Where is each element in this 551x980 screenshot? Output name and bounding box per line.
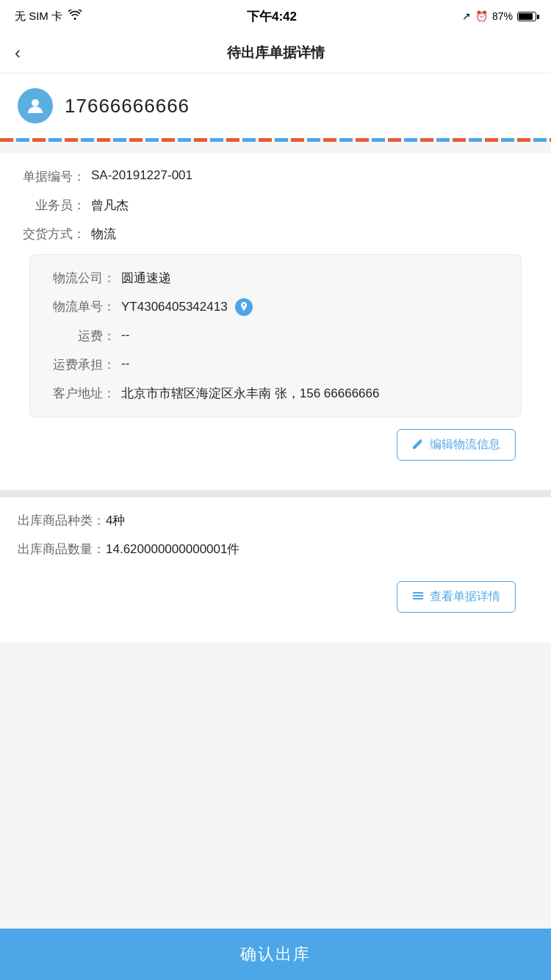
svg-rect-2 <box>413 595 423 597</box>
list-icon <box>412 590 424 605</box>
customer-header: 17666666666 <box>0 73 551 138</box>
view-details-label: 查看单据详情 <box>430 589 500 605</box>
svg-rect-1 <box>413 592 423 594</box>
goods-quantity-value: 14.620000000000001件 <box>106 541 240 558</box>
status-right: ↗ ⏰ 87% <box>462 10 536 22</box>
battery-icon <box>517 12 536 21</box>
freight-bear-row: 运费承担： -- <box>48 356 503 373</box>
logistics-company-value: 圆通速递 <box>121 270 503 287</box>
sales-person-value: 曾凡杰 <box>91 197 533 214</box>
goods-types-label: 出库商品种类： <box>18 512 106 529</box>
logistics-tracking-value: YT4306405342413 <box>121 298 503 316</box>
battery-percent: 87% <box>492 10 513 22</box>
edit-icon <box>412 438 424 453</box>
delivery-value: 物流 <box>91 226 533 242</box>
goods-section: 出库商品种类： 4种 出库商品数量： 14.620000000000001件 查… <box>0 497 551 642</box>
back-button[interactable]: ‹ <box>9 37 26 69</box>
edit-logistics-button[interactable]: 编辑物流信息 <box>397 429 516 461</box>
edit-logistics-area: 编辑物流信息 <box>18 417 533 475</box>
sales-person-label: 业务员： <box>18 197 91 214</box>
confirm-outbound-button[interactable]: 确认出库 <box>0 929 551 980</box>
logistics-company-row: 物流公司： 圆通速递 <box>48 270 503 287</box>
status-left: 无 SIM 卡 <box>15 10 82 24</box>
address-row: 客户地址： 北京市市辖区海淀区永丰南 张，156 66666666 <box>48 385 503 402</box>
order-no-row: 单据编号： SA-20191227-001 <box>18 168 533 185</box>
freight-bear-label: 运费承担： <box>48 356 121 373</box>
map-location-icon[interactable] <box>235 298 253 316</box>
freight-value: -- <box>121 328 503 342</box>
address-label: 客户地址： <box>48 385 121 402</box>
sales-person-row: 业务员： 曾凡杰 <box>18 197 533 214</box>
goods-types-row: 出库商品种类： 4种 <box>18 512 533 529</box>
status-time: 下午4:42 <box>247 8 297 25</box>
carrier-label: 无 SIM 卡 <box>15 10 62 24</box>
goods-quantity-row: 出库商品数量： 14.620000000000001件 <box>18 541 533 558</box>
order-no-value: SA-20191227-001 <box>91 168 533 183</box>
logistics-section: 物流公司： 圆通速递 物流单号： YT4306405342413 运费： -- … <box>29 254 522 417</box>
svg-rect-3 <box>413 598 423 599</box>
delivery-row: 交货方式： 物流 <box>18 226 533 242</box>
customer-phone: 17666666666 <box>65 95 190 118</box>
delivery-label: 交货方式： <box>18 226 91 242</box>
freight-label: 运费： <box>48 328 121 345</box>
section-separator <box>0 490 551 497</box>
svg-point-0 <box>32 99 39 107</box>
tracking-number: YT4306405342413 <box>121 300 228 314</box>
logistics-tracking-label: 物流单号： <box>48 298 121 315</box>
alarm-icon: ⏰ <box>475 10 488 22</box>
page-title: 待出库单据详情 <box>227 43 325 62</box>
order-info-section: 单据编号： SA-20191227-001 业务员： 曾凡杰 交货方式： 物流 … <box>0 154 551 490</box>
order-no-label: 单据编号： <box>18 168 91 185</box>
view-details-area: 查看单据详情 <box>18 569 533 627</box>
goods-quantity-label: 出库商品数量： <box>18 541 106 558</box>
avatar <box>18 88 53 123</box>
goods-types-value: 4种 <box>106 512 125 529</box>
logistics-company-label: 物流公司： <box>48 270 121 287</box>
address-value: 北京市市辖区海淀区永丰南 张，156 66666666 <box>121 385 503 402</box>
logistics-tracking-row: 物流单号： YT4306405342413 <box>48 298 503 316</box>
location-status-icon: ↗ <box>462 10 471 22</box>
bottom-area: 确认出库 <box>0 929 551 980</box>
nav-bar: ‹ 待出库单据详情 <box>0 32 551 73</box>
freight-bear-value: -- <box>121 356 503 371</box>
wifi-icon <box>68 10 82 23</box>
dashed-divider <box>0 138 551 142</box>
view-details-button[interactable]: 查看单据详情 <box>397 581 516 613</box>
status-bar: 无 SIM 卡 下午4:42 ↗ ⏰ 87% <box>0 0 551 32</box>
edit-logistics-label: 编辑物流信息 <box>430 437 500 453</box>
freight-row: 运费： -- <box>48 328 503 345</box>
